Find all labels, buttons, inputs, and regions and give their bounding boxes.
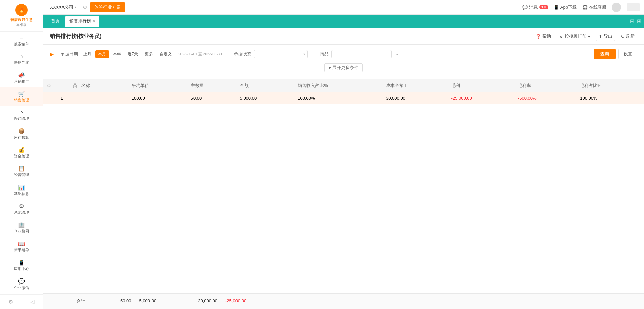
tab-home[interactable]: 首页 bbox=[46, 15, 65, 28]
more-filters-icon[interactable]: ··· bbox=[394, 52, 398, 57]
expand-more-button[interactable]: ▾ 展开更多条件 bbox=[324, 63, 363, 72]
sidebar-item-business[interactable]: 📋 经营管理 bbox=[0, 162, 43, 181]
col-name: 员工名称 bbox=[69, 79, 128, 92]
refresh-button[interactable]: ↻ 刷新 bbox=[618, 32, 637, 41]
query-button[interactable]: 查询 bbox=[594, 49, 616, 59]
footer-label: 合计 bbox=[73, 297, 89, 306]
footer-cost-amount: 30,000.00 bbox=[194, 297, 221, 306]
filter-expand-arrow[interactable]: ▶ bbox=[50, 51, 54, 57]
filter-settings-button[interactable]: 设置 bbox=[618, 49, 637, 59]
cell-rank: 1 bbox=[55, 92, 69, 104]
help-button[interactable]: ❓ 帮助 bbox=[533, 32, 554, 41]
nav-icon-purchase: 🛍 bbox=[19, 109, 24, 115]
col-sales-pct: 销售收入占比% bbox=[294, 79, 382, 92]
user-name-placeholder[interactable] bbox=[627, 3, 640, 11]
help-label: 帮助 bbox=[542, 33, 551, 39]
date-filter-group: 单据日期 上月 本月 本年 近7天 更多 自定义 2023-06-01 至 20… bbox=[60, 50, 222, 58]
sidebar-item-inventory[interactable]: 📦 库存核算 bbox=[0, 124, 43, 143]
date-btn-this-month[interactable]: 本月 bbox=[95, 50, 109, 58]
tab-close-icon[interactable]: × bbox=[93, 19, 95, 23]
column-settings-icon[interactable]: ⚙ bbox=[47, 83, 51, 88]
export-button[interactable]: ⬆ 导出 bbox=[596, 32, 615, 41]
cost-info-icon[interactable]: ℹ bbox=[405, 84, 406, 88]
nav-icon-marketing: 📣 bbox=[18, 72, 25, 78]
sidebar-item-search[interactable]: ≡ 搜索菜单 bbox=[0, 32, 43, 50]
template-print-button[interactable]: 🖨 按模板打印 ▾ bbox=[556, 32, 593, 41]
date-btn-last-7days[interactable]: 近7天 bbox=[125, 50, 141, 58]
sidebar-item-purchase[interactable]: 🛍 采购管理 bbox=[0, 106, 43, 124]
col-gross: 毛利 bbox=[447, 79, 514, 92]
sidebar-item-marketing[interactable]: 📣 营销推广 bbox=[0, 68, 43, 87]
footer-sales-pct-spacer bbox=[160, 297, 194, 306]
sidebar-item-wechat[interactable]: 💬 企业微信 bbox=[0, 275, 43, 294]
expand-row: ▾ 展开更多条件 bbox=[50, 62, 637, 75]
date-btn-more[interactable]: 更多 bbox=[142, 50, 156, 58]
table-header: ⚙ 员工名称 平均单价 主数量 全额 销售收入占比% 成本全额 ℹ 毛利 毛利率… bbox=[43, 79, 644, 92]
tab-minimize-icon[interactable]: ⊟ bbox=[630, 18, 634, 24]
col-avg-price: 平均单价 bbox=[128, 79, 187, 92]
table-footer: 合计 50.00 5,000.00 30,000.00 -25,000.00 bbox=[43, 293, 644, 309]
sidebar-item-enterprise[interactable]: 🏢 企业协同 bbox=[0, 218, 43, 237]
cell-name bbox=[69, 92, 128, 104]
print-icon: 🖨 bbox=[559, 34, 563, 39]
sidebar-collapse-btn[interactable]: ◁ bbox=[29, 297, 36, 306]
app-logo-text: 畅康通好生意 bbox=[10, 17, 33, 22]
sidebar-item-apps[interactable]: 📱 应用中心 bbox=[0, 256, 43, 275]
date-btn-custom[interactable]: 自定义 bbox=[157, 50, 174, 58]
company-settings-icon[interactable]: ⚙ bbox=[83, 4, 87, 10]
goods-filter-group: 商品 ··· bbox=[320, 50, 398, 58]
app-download-label: App下载 bbox=[560, 4, 577, 10]
nav-icon-shortcut: ⌂ bbox=[20, 53, 23, 59]
data-table: ⚙ 员工名称 平均单价 主数量 全额 销售收入占比% 成本全额 ℹ 毛利 毛利率… bbox=[43, 79, 644, 104]
date-filter-label: 单据日期 bbox=[60, 51, 78, 57]
page-title: 销售排行榜(按业务员) bbox=[50, 33, 102, 40]
tab-bar-right: ⊟ ⊞ bbox=[630, 18, 641, 24]
status-filter-label: 单据状态 bbox=[234, 51, 251, 57]
template-print-label: 按模板打印 bbox=[565, 33, 587, 39]
trial-button[interactable]: 体验行业方案 bbox=[90, 2, 125, 12]
cell-avg-price: 100.00 bbox=[128, 92, 187, 104]
date-btn-this-year[interactable]: 本年 bbox=[110, 50, 124, 58]
sidebar-item-guide[interactable]: 📖 新手引导 bbox=[0, 237, 43, 256]
nav-icon-apps: 📱 bbox=[18, 259, 25, 266]
sidebar-item-shortcut[interactable]: ⌂ 快捷导航 bbox=[0, 50, 43, 68]
date-btn-last-month[interactable]: 上月 bbox=[81, 50, 94, 58]
sidebar-item-basic[interactable]: 📊 基础信息 bbox=[0, 181, 43, 200]
online-service-action[interactable]: 🎧 在线客服 bbox=[582, 4, 606, 10]
status-filter-group: 单据状态 ▾ bbox=[234, 50, 308, 58]
goods-filter-label: 商品 bbox=[320, 51, 329, 57]
refresh-label: 刷新 bbox=[626, 33, 635, 39]
page-content: 销售排行榜(按业务员) ❓ 帮助 🖨 按模板打印 ▾ ⬆ 导出 bbox=[43, 28, 644, 309]
cell-settings bbox=[43, 92, 55, 104]
nav-icon-system: ⚙ bbox=[19, 203, 24, 209]
company-selector[interactable]: XXXXX公司 ▾ bbox=[47, 3, 79, 12]
refresh-icon: ↻ bbox=[621, 34, 625, 39]
cell-cost-amount: 30,000.00 bbox=[382, 92, 447, 104]
nav-label-inventory: 库存核算 bbox=[14, 135, 29, 140]
col-cost-amount: 成本全额 ℹ bbox=[382, 79, 447, 92]
app-logo-icon: 🔥 bbox=[15, 4, 28, 16]
sidebar-item-system[interactable]: ⚙ 系统管理 bbox=[0, 200, 43, 218]
col-settings[interactable]: ⚙ bbox=[43, 79, 55, 92]
cell-gross-rate: -500.00% bbox=[514, 92, 576, 104]
message-badge: 99+ bbox=[539, 5, 548, 9]
nav-label-business: 经营管理 bbox=[14, 172, 29, 177]
tab-sales-ranking[interactable]: 销售排行榜 × bbox=[65, 16, 99, 27]
nav-label-marketing: 营销推广 bbox=[14, 79, 29, 84]
footer-avg-price-spacer bbox=[89, 297, 116, 306]
footer-amount: 5,000.00 bbox=[135, 297, 161, 306]
sidebar-settings-btn[interactable]: ⚙ bbox=[7, 297, 14, 306]
nav-icon-wechat: 💬 bbox=[18, 278, 25, 285]
app-download-action[interactable]: 📱 App下载 bbox=[554, 4, 577, 10]
message-action[interactable]: 💬 消息 99+ bbox=[522, 4, 548, 10]
goods-filter-input[interactable] bbox=[331, 50, 392, 58]
tab-maximize-icon[interactable]: ⊞ bbox=[637, 18, 641, 24]
nav-icon-search: ≡ bbox=[20, 35, 23, 41]
status-select[interactable] bbox=[254, 50, 308, 58]
col-gross-rate: 毛利率 bbox=[514, 79, 576, 92]
user-avatar[interactable] bbox=[612, 3, 621, 12]
sidebar-item-finance[interactable]: 💰 资金管理 bbox=[0, 143, 43, 162]
tab-label: 销售排行榜 bbox=[69, 18, 91, 24]
sidebar-item-sales[interactable]: 🛒 销售管理 bbox=[0, 87, 43, 106]
help-icon: ❓ bbox=[535, 34, 541, 39]
